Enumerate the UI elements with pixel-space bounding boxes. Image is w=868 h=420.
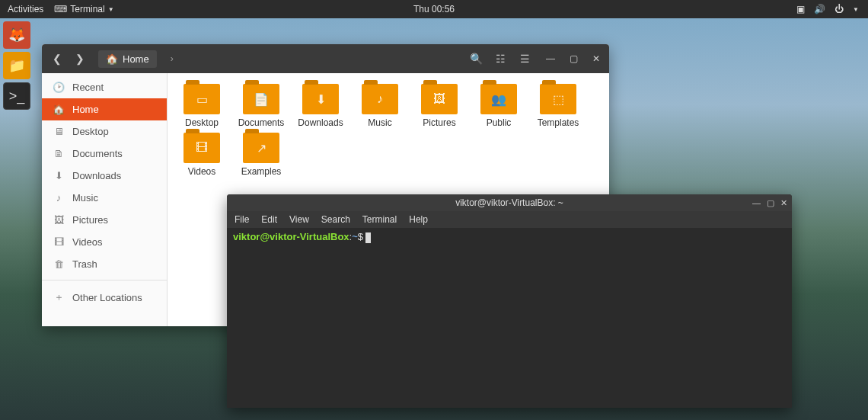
terminal-cursor — [365, 232, 371, 243]
sidebar-item-documents[interactable]: 🗎Documents — [42, 143, 167, 165]
folder-downloads[interactable]: ⬇Downloads — [292, 84, 349, 128]
sidebar-item-label: Downloads — [72, 170, 121, 181]
folder-label: Downloads — [298, 117, 343, 128]
sidebar-item-home[interactable]: 🏠Home — [42, 98, 167, 120]
forward-button[interactable]: ❯ — [71, 50, 89, 68]
folder-documents[interactable]: 📄Documents — [233, 84, 289, 128]
folder-label: Music — [368, 117, 391, 128]
folder-label: Pictures — [423, 117, 455, 128]
folder-templates[interactable]: ⬚Templates — [530, 84, 586, 128]
folder-icon: ⬚ — [540, 84, 576, 114]
folder-label: Public — [487, 117, 512, 128]
sidebar-item-other-locations[interactable]: ＋Other Locations — [42, 285, 167, 309]
picture-icon: 🖼 — [53, 214, 65, 226]
sidebar-item-label: Other Locations — [72, 292, 142, 303]
menu-file[interactable]: File — [235, 214, 249, 225]
download-icon: ⬇ — [53, 170, 65, 181]
close-button[interactable]: ✕ — [780, 198, 787, 208]
folder-icon: 📄 — [243, 84, 279, 114]
folder-icon: 👥 — [480, 84, 517, 114]
path-label: Home — [123, 53, 149, 65]
close-button[interactable]: ✕ — [589, 52, 603, 66]
sidebar-item-label: Videos — [72, 236, 103, 248]
path-bar[interactable]: 🏠 Home — [98, 50, 157, 68]
app-menu-label: Terminal — [70, 4, 104, 14]
power-icon[interactable]: ⏻ — [834, 4, 844, 14]
screen-icon[interactable]: ▣ — [796, 4, 805, 14]
dock-firefox[interactable]: 🦊 — [3, 21, 30, 49]
terminal-menubar: File Edit View Search Terminal Help — [227, 211, 792, 228]
prompt-user: viktor@viktor-VirtualBox — [233, 231, 349, 242]
prompt-path: ~ — [352, 231, 358, 242]
sidebar-item-label: Desktop — [72, 126, 109, 137]
maximize-button[interactable]: ▢ — [767, 198, 774, 208]
app-menu[interactable]: ⌨ Terminal ▼ — [54, 4, 113, 14]
folder-label: Templates — [538, 117, 579, 128]
terminal-title: viktor@viktor-VirtualBox: ~ — [455, 197, 563, 208]
sidebar-item-label: Home — [72, 104, 99, 115]
menu-edit[interactable]: Edit — [261, 214, 277, 225]
menu-button[interactable]: ☰ — [515, 49, 535, 69]
sidebar-item-desktop[interactable]: 🖥Desktop — [42, 120, 167, 143]
menu-help[interactable]: Help — [409, 214, 428, 225]
folder-pictures[interactable]: 🖼Pictures — [411, 84, 468, 128]
files-sidebar: 🕑Recent 🏠Home 🖥Desktop 🗎Documents ⬇Downl… — [42, 73, 168, 326]
dock: 🦊 📁 >_ — [3, 21, 30, 110]
clock-icon: 🕑 — [53, 82, 65, 93]
volume-icon[interactable]: 🔊 — [814, 4, 825, 14]
prompt-symbol: $ — [358, 231, 363, 242]
sidebar-item-trash[interactable]: 🗑Trash — [42, 253, 167, 275]
home-icon: 🏠 — [106, 53, 118, 65]
sidebar-item-label: Music — [72, 192, 98, 204]
sidebar-item-recent[interactable]: 🕑Recent — [42, 76, 167, 98]
terminal-window: viktor@viktor-VirtualBox: ~ — ▢ ✕ File E… — [227, 194, 792, 408]
sidebar-item-videos[interactable]: 🎞Videos — [42, 231, 167, 253]
list-view-button[interactable]: ☷ — [490, 49, 510, 69]
folder-icon: ⬇ — [302, 84, 339, 114]
folder-label: Videos — [188, 166, 215, 177]
menu-view[interactable]: View — [289, 214, 309, 225]
gnome-topbar: Activities ⌨ Terminal ▼ Thu 00:56 ▣ 🔊 ⏻ … — [0, 0, 868, 18]
maximize-button[interactable]: ▢ — [566, 52, 580, 66]
home-icon: 🏠 — [53, 104, 65, 115]
desktop-icon: 🖥 — [53, 126, 65, 137]
trash-icon: 🗑 — [53, 258, 65, 270]
folder-label: Documents — [238, 117, 285, 128]
folder-icon: 🖼 — [421, 84, 458, 114]
terminal-icon: ⌨ — [54, 4, 67, 14]
document-icon: 🗎 — [53, 148, 65, 159]
plus-icon: ＋ — [53, 290, 65, 304]
chevron-right-icon: › — [171, 53, 174, 64]
chevron-down-icon[interactable]: ▼ — [853, 6, 859, 13]
folder-desktop[interactable]: ▭Desktop — [174, 84, 230, 128]
folder-icon: 🎞 — [183, 133, 220, 163]
activities-button[interactable]: Activities — [8, 4, 43, 14]
menu-search[interactable]: Search — [321, 214, 350, 225]
files-header: ❮ ❯ 🏠 Home › 🔍 ☷ ☰ — ▢ ✕ — [42, 44, 609, 73]
folder-icon: ♪ — [362, 84, 398, 114]
dock-terminal[interactable]: >_ — [3, 82, 30, 110]
folder-label: Examples — [241, 166, 282, 177]
sidebar-item-downloads[interactable]: ⬇Downloads — [42, 165, 167, 187]
clock[interactable]: Thu 00:56 — [413, 4, 455, 14]
search-button[interactable]: 🔍 — [466, 49, 486, 69]
terminal-body[interactable]: viktor@viktor-VirtualBox:~$ — [227, 228, 792, 408]
chevron-down-icon: ▼ — [108, 6, 114, 13]
minimize-button[interactable]: — — [752, 198, 761, 208]
terminal-titlebar[interactable]: viktor@viktor-VirtualBox: ~ — ▢ ✕ — [227, 194, 792, 211]
folder-music[interactable]: ♪Music — [352, 84, 408, 128]
back-button[interactable]: ❮ — [48, 50, 66, 68]
menu-terminal[interactable]: Terminal — [362, 214, 397, 225]
sidebar-item-music[interactable]: ♪Music — [42, 187, 167, 209]
folder-public[interactable]: 👥Public — [471, 84, 527, 128]
folder-icon: ↗ — [243, 133, 279, 163]
sidebar-item-label: Trash — [72, 258, 97, 270]
dock-files[interactable]: 📁 — [3, 52, 30, 79]
minimize-button[interactable]: — — [544, 52, 557, 66]
folder-label: Desktop — [185, 117, 219, 128]
video-icon: 🎞 — [53, 236, 65, 248]
folder-examples[interactable]: ↗Examples — [233, 133, 289, 177]
sidebar-item-label: Documents — [72, 148, 123, 159]
sidebar-item-pictures[interactable]: 🖼Pictures — [42, 209, 167, 231]
folder-videos[interactable]: 🎞Videos — [174, 133, 230, 177]
